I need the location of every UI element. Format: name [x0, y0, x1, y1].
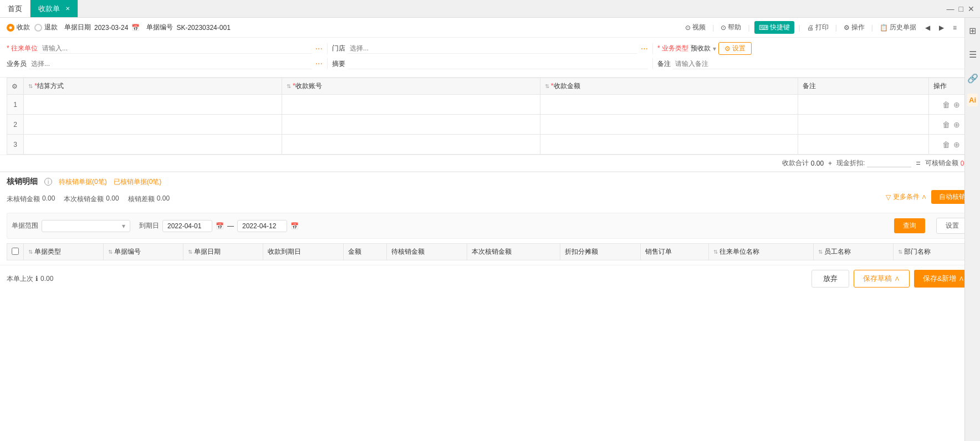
- refund-radio-dot: [34, 24, 42, 32]
- discount-label: 现金折扣:: [836, 158, 865, 168]
- row-1-num: 1: [7, 95, 24, 115]
- print-btn[interactable]: 🖨 打印: [805, 22, 831, 33]
- due-date-to-input[interactable]: [237, 220, 287, 232]
- save-draft-btn[interactable]: 保存草稿 ∧: [854, 270, 910, 288]
- receipt-table: ⚙ ⇅ *结算方式 ⇅ *收款账号 ⇅ *收款金额 备注 操作 1: [7, 78, 973, 155]
- salesperson-more-icon[interactable]: ···: [315, 59, 323, 69]
- summary-input[interactable]: [348, 59, 648, 69]
- range-select[interactable]: ▾: [42, 220, 130, 232]
- verify-section: 核销明细 i 待核销单据(0笔) 已核销单据(0笔) 未核销金额 0.00 本次…: [0, 171, 980, 265]
- row-2-copy-icon[interactable]: ⊕: [953, 120, 960, 129]
- verified-tab[interactable]: 已核销单据(0笔): [114, 177, 162, 187]
- row-3-delete-icon[interactable]: 🗑: [942, 140, 950, 149]
- sidebar-table-icon[interactable]: ⊞: [966, 22, 979, 39]
- window-minimize-icon[interactable]: —: [947, 4, 955, 13]
- nav-next-icon[interactable]: ▶: [937, 23, 946, 33]
- setting-button[interactable]: ⚙ 设置: [718, 42, 752, 55]
- row-3-settlement[interactable]: [24, 135, 282, 155]
- col-verify: 本次核销金额: [467, 244, 560, 260]
- list-view-icon[interactable]: ≡: [951, 23, 959, 33]
- store-input[interactable]: [348, 43, 637, 54]
- row-2-remark[interactable]: [798, 115, 929, 135]
- footer-info-icon[interactable]: ℹ: [35, 275, 38, 283]
- help-btn[interactable]: ⊙ 帮助: [718, 22, 743, 33]
- row-1-copy-icon[interactable]: ⊕: [953, 100, 960, 109]
- discount-input[interactable]: [867, 159, 911, 167]
- store-more-icon[interactable]: ···: [641, 44, 648, 54]
- row-2-delete-icon[interactable]: 🗑: [942, 120, 950, 129]
- row-1-settlement[interactable]: [24, 95, 282, 115]
- col-bill-no: ⇅ 单据编号: [104, 244, 183, 260]
- more-conditions-btn[interactable]: ▽ 更多条件 ∧: [886, 192, 927, 202]
- col-bill-type: ⇅ 单据类型: [24, 244, 104, 260]
- summary-label: 摘要: [332, 59, 345, 69]
- operate-btn[interactable]: ⚙ 操作: [841, 22, 867, 33]
- row-1-remark[interactable]: [798, 95, 929, 115]
- row-2-account[interactable]: [282, 115, 540, 135]
- row-3-copy-icon[interactable]: ⊕: [953, 140, 960, 149]
- receipt-refund-toggle: 收款 退款: [7, 23, 58, 32]
- table-gear-icon[interactable]: ⚙: [12, 83, 18, 90]
- row-3-remark[interactable]: [798, 135, 929, 155]
- pending-tab[interactable]: 待核销单据(0笔): [59, 177, 107, 187]
- refund-radio[interactable]: 退款: [34, 23, 58, 32]
- video-btn[interactable]: ⊙ 视频: [683, 22, 708, 33]
- due-date-from-calendar-icon[interactable]: 📅: [216, 222, 224, 230]
- col-staff: ⇅ 员工名称: [813, 244, 893, 260]
- store-label: 门店: [332, 44, 345, 53]
- salesperson-input[interactable]: [29, 59, 312, 69]
- filter-actions: ▽ 更多条件 ∧ 自动核销: [886, 190, 973, 204]
- business-type-field: 业务类型 预收款 ▾ ⚙ 设置: [657, 42, 973, 55]
- business-type-value: 预收款: [691, 44, 711, 53]
- tab-close-icon[interactable]: ✕: [65, 6, 70, 12]
- tab-home[interactable]: 首页: [0, 0, 30, 17]
- receipt-radio[interactable]: 收款: [7, 23, 30, 32]
- more-conditions-label: 更多条件 ∧: [893, 192, 927, 202]
- bottom-table-wrapper: ⇅ 单据类型 ⇅ 单据编号 ⇅ 单据日期 收款到期日 金额 待核销金额 本次核销…: [7, 243, 973, 260]
- total-value: 0.00: [811, 160, 824, 167]
- sidebar-list-icon[interactable]: ☰: [966, 46, 980, 63]
- verify-title: 核销明细: [7, 177, 38, 187]
- sidebar-attachment-icon[interactable]: 🔗: [964, 70, 981, 87]
- col-counterparty: ⇅ 往来单位名称: [708, 244, 813, 260]
- discard-btn[interactable]: 放弃: [811, 270, 849, 288]
- query-btn[interactable]: 查询: [894, 218, 925, 233]
- store-field: 门店 ···: [332, 43, 648, 54]
- due-date-to-calendar-icon[interactable]: 📅: [290, 222, 299, 230]
- counterparty-more-icon[interactable]: ···: [315, 44, 323, 54]
- verify-diff-value: 0.00: [157, 194, 170, 204]
- search-setting-btn[interactable]: 设置: [936, 218, 968, 234]
- window-restore-icon[interactable]: □: [959, 4, 963, 13]
- due-date-from-input[interactable]: [162, 220, 212, 232]
- tab-receipt[interactable]: 收款单 ✕: [30, 0, 78, 17]
- total-label: 收款合计: [782, 158, 809, 168]
- select-all-checkbox[interactable]: [12, 248, 19, 255]
- counterparty-input[interactable]: [40, 43, 312, 54]
- shortcut-btn[interactable]: ⌨ 快捷键: [754, 21, 794, 34]
- bottom-table-header: ⇅ 单据类型 ⇅ 单据编号 ⇅ 单据日期 收款到期日 金额 待核销金额 本次核销…: [7, 244, 973, 260]
- row-2-amount[interactable]: [540, 115, 798, 135]
- history-btn[interactable]: 📋 历史单据: [877, 22, 918, 33]
- sidebar-ai-icon[interactable]: Ai: [967, 94, 978, 106]
- row-1-account[interactable]: [282, 95, 540, 115]
- row-2-settlement[interactable]: [24, 115, 282, 135]
- divider-4: [652, 58, 653, 69]
- row-3-amount[interactable]: [540, 135, 798, 155]
- window-close-icon[interactable]: ✕: [968, 4, 974, 13]
- row-1-amount[interactable]: [540, 95, 798, 115]
- row-1-delete-icon[interactable]: 🗑: [942, 100, 950, 109]
- bill-date-calendar-icon[interactable]: 📅: [131, 24, 140, 32]
- col-settlement: ⇅ *结算方式: [24, 78, 282, 95]
- col-due-date: 收款到期日: [263, 244, 344, 260]
- current-verify-amount: 本次核销金额 0.00: [64, 194, 119, 204]
- range-label: 单据范围: [12, 221, 38, 230]
- remark-input[interactable]: [673, 59, 973, 69]
- row-3-account[interactable]: [282, 135, 540, 155]
- business-type-select[interactable]: 预收款 ▾: [691, 44, 716, 53]
- save-new-label: 保存&新增 ∧: [923, 274, 964, 284]
- col-amount: ⇅ *收款金额: [540, 78, 798, 95]
- nav-prev-icon[interactable]: ◀: [923, 23, 932, 33]
- equals-sign: =: [916, 159, 920, 168]
- bill-date-label: 单据日期: [64, 23, 91, 32]
- verify-info-icon[interactable]: i: [44, 178, 52, 186]
